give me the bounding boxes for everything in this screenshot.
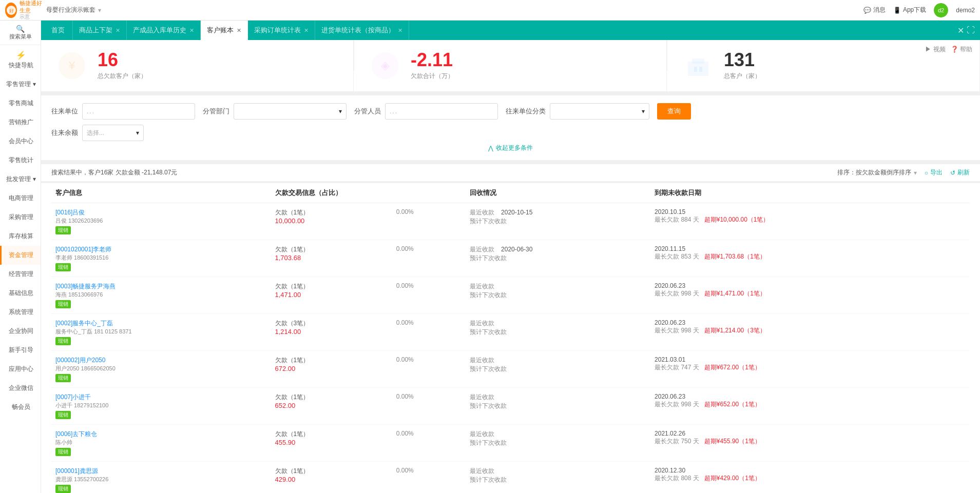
sidebar-item-ecom[interactable]: 电商管理 (0, 189, 41, 208)
tab-import-stat-close[interactable]: ✕ (398, 27, 402, 34)
debt-count-cell: 欠款（1笔） 1,703.68 (271, 240, 392, 277)
tab-product-history[interactable]: 产成品入库单历史 ✕ (127, 21, 201, 40)
filter-unit-category: 往来单位分类 ▾ (506, 103, 649, 120)
sidebar-item-marketing[interactable]: 营销推广 (0, 113, 41, 132)
customer-phone: 海燕 18513066976 (55, 291, 267, 299)
tab-product-manage[interactable]: 商品上下架 ✕ (73, 21, 127, 40)
sidebar-item-nav[interactable]: ⚡ 快捷导航 (0, 45, 41, 75)
customer-link[interactable]: [0007]小进千 (55, 393, 91, 401)
person-input[interactable]: ... (385, 103, 498, 120)
retail-stat-label: 零售统计 (4, 156, 38, 165)
sidebar-item-retail-mgmt[interactable]: 零售管理 ▾ (0, 75, 41, 94)
app-icon: 📱 (893, 7, 901, 14)
sidebar-item-sys[interactable]: 系统管理 (0, 303, 41, 322)
overdue-amount[interactable]: 超期¥10,000.00（1笔） (704, 216, 770, 223)
customer-name[interactable]: [000002]用户2050 (55, 356, 267, 365)
overdue-amount[interactable]: 超期¥1,703.68（1笔） (704, 253, 766, 260)
balance-arrow-icon: ▾ (136, 129, 139, 136)
refresh-btn[interactable]: ↺ 刷新 (950, 168, 970, 177)
sort-select[interactable]: 排序：按欠款金额倒序排序 ▾ (837, 168, 917, 177)
sidebar-item-purchase[interactable]: 采购管理 (0, 208, 41, 227)
sidebar-item-member[interactable]: 会员中心 (0, 132, 41, 151)
tab-customer-account-close[interactable]: ✕ (237, 27, 241, 34)
tab-purchase-order[interactable]: 采购订单统计表 ✕ (248, 21, 315, 40)
customer-phone: 吕俊 13026203696 (55, 217, 267, 225)
store-selector[interactable]: 母婴行业演示账套 ▾ (46, 6, 149, 14)
overdue-amount[interactable]: 超期¥672.00（1笔） (704, 364, 761, 371)
search-menu[interactable]: 🔍 搜索菜单 (0, 21, 41, 45)
next-pay-label: 预计下次收款 (470, 291, 646, 300)
customer-link[interactable]: [0016]吕俊 (55, 209, 85, 216)
sidebar-item-wechat[interactable]: 企业微信 (0, 379, 41, 398)
sidebar-item-basic[interactable]: 基础信息 (0, 284, 41, 303)
customer-name[interactable]: [0003]畅捷服务尹海燕 (55, 282, 267, 291)
tab-product-manage-close[interactable]: ✕ (116, 27, 120, 34)
overdue-days: 最长欠款 853 天 (655, 253, 702, 260)
customer-name[interactable]: [0001020001]李老师 (55, 245, 267, 254)
overdue-cell: 2021.03.01 最长欠款 747 天 超期¥672.00（1笔） (650, 351, 970, 388)
overdue-amount[interactable]: 超期¥429.00（1笔） (704, 475, 761, 482)
customer-phone: 小进千 18279152100 (55, 402, 267, 409)
export-btn[interactable]: ○ 导出 (925, 168, 943, 177)
user-avatar[interactable]: d2 (934, 3, 948, 17)
customer-name[interactable]: [0002]服务中心_丁磊 (55, 319, 267, 328)
debt-count: 欠款（1笔） (275, 356, 388, 365)
customer-link[interactable]: [0003]畅捷服务尹海燕 (55, 283, 116, 290)
customer-link[interactable]: [0002]服务中心_丁磊 (55, 320, 113, 327)
unit-category-label: 往来单位分类 (506, 107, 546, 116)
sidebar-item-appcenter[interactable]: 应用中心 (0, 360, 41, 379)
query-button[interactable]: 查询 (657, 103, 691, 120)
wechat-label: 企业微信 (4, 384, 38, 392)
sidebar-item-vip[interactable]: 畅会员 (0, 398, 41, 417)
source-unit-label: 往来单位 (51, 107, 78, 116)
customer-link[interactable]: [0001020001]李老师 (55, 246, 111, 253)
sidebar-item-corp[interactable]: 企业协同 (0, 322, 41, 341)
sidebar-item-retail-mall[interactable]: 零售商城 (0, 94, 41, 113)
customer-link[interactable]: [000001]龚思源 (55, 467, 98, 475)
sidebar-item-ops[interactable]: 经营管理 (0, 265, 41, 284)
customer-link[interactable]: [000002]用户2050 (55, 357, 105, 364)
tab-product-history-close[interactable]: ✕ (189, 27, 194, 34)
overdue-days: 最长欠款 998 天 (655, 401, 702, 408)
source-unit-input[interactable]: ... (82, 103, 195, 120)
sidebar-item-newbie[interactable]: 新手引导 (0, 341, 41, 360)
overdue-info: 最长欠款 998 天 超期¥1,214.00（3笔） (655, 326, 966, 335)
customer-name[interactable]: [0007]小进千 (55, 393, 267, 402)
recovery-cell: 最近收款 预计下次收款 (466, 351, 650, 388)
customer-name[interactable]: [000001]龚思源 (55, 467, 267, 476)
message-btn[interactable]: 💬 消息 (863, 6, 886, 14)
unit-category-select[interactable]: ▾ (550, 103, 649, 120)
overdue-amount[interactable]: 超期¥455.90（1笔） (704, 438, 761, 445)
overdue-cell: 2020.06.23 最长欠款 998 天 超期¥1,471.00（1笔） (650, 277, 970, 314)
overdue-amount[interactable]: 超期¥652.00（1笔） (704, 401, 761, 408)
tab-import-stat[interactable]: 进货单统计表（按商品） ✕ (315, 21, 409, 40)
tab-home[interactable]: 首页 (44, 21, 73, 40)
overdue-amount[interactable]: 超期¥1,214.00（3笔） (704, 327, 766, 334)
customer-tag: 现销 (55, 411, 71, 419)
dept-select[interactable]: ▾ (234, 103, 347, 120)
customer-link[interactable]: [0006]去下粮仓 (55, 430, 97, 438)
tab-purchase-order-close[interactable]: ✕ (304, 27, 309, 34)
tab-customer-account[interactable]: 客户账本 ✕ (201, 21, 248, 40)
video-btn[interactable]: ▶ 视频 (925, 45, 945, 54)
tab-fullscreen-icon[interactable]: ⛶ (967, 26, 975, 35)
sidebar-item-retail-stat[interactable]: 零售统计 (0, 151, 41, 170)
customer-name[interactable]: [0006]去下粮仓 (55, 430, 267, 439)
sidebar-item-inventory[interactable]: 库存核算 (0, 227, 41, 246)
filter-collapse-btn[interactable]: ⋀ 收起更多条件 (51, 141, 970, 155)
app-download-btn[interactable]: 📱 App下载 (893, 6, 926, 14)
overdue-amount[interactable]: 超期¥1,471.00（1笔） (704, 290, 766, 297)
customer-name[interactable]: [0016]吕俊 (55, 208, 267, 217)
svg-text:好: 好 (9, 8, 13, 13)
tab-close-all-icon[interactable]: ✕ (957, 26, 964, 35)
help-btn[interactable]: ❓ 帮助 (951, 45, 972, 54)
user-name[interactable]: demo2 (956, 7, 975, 14)
capital-label: 资金管理 (4, 251, 38, 260)
sidebar-item-batch-mgmt[interactable]: 批发管理 ▾ (0, 170, 41, 189)
balance-select[interactable]: 选择... ▾ (82, 125, 144, 141)
stats-row: ¥ 16 总欠款客户（家） ◈ (41, 40, 980, 91)
refresh-icon: ↺ (950, 169, 955, 176)
sidebar-item-capital[interactable]: 资金管理 (0, 246, 41, 265)
sort-arrow-icon: ▾ (914, 169, 917, 176)
sidebar: 🔍 搜索菜单 ⚡ 快捷导航 零售管理 ▾ 零售商城 营销推广 会员中心 零售统计… (0, 21, 41, 493)
